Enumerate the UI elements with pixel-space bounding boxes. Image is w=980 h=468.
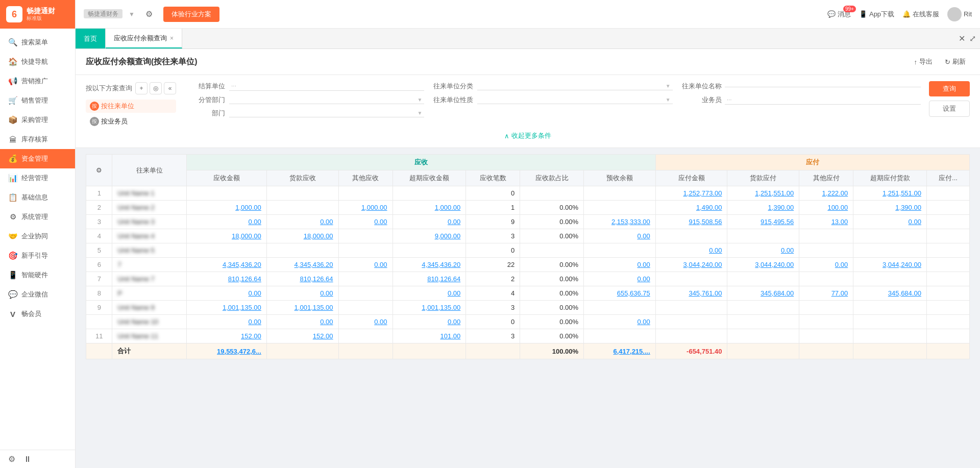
tab-home[interactable]: 首页 bbox=[76, 29, 106, 48]
inventory-icon: 🏛 bbox=[8, 135, 17, 144]
fengguan-dept-label: 分管部门 bbox=[184, 95, 225, 105]
sidebar-item-quicknav[interactable]: 🏠 快捷导航 bbox=[0, 52, 75, 71]
col-group-ar: 应收 bbox=[187, 155, 655, 170]
hardware-icon: 📱 bbox=[8, 270, 17, 280]
app-download-button[interactable]: 📱 App下载 bbox=[859, 10, 894, 19]
filter-laiwan-nature: 往来单位性质 ▼ bbox=[432, 95, 672, 105]
collab-icon: 🤝 bbox=[8, 232, 17, 241]
fengguan-dept-input[interactable]: ▼ bbox=[229, 96, 424, 104]
col-ap-overdue: 超期应付货款 bbox=[853, 170, 927, 186]
tab-expand-button[interactable]: ⤢ bbox=[969, 34, 976, 43]
app-edition: 标准版 bbox=[27, 15, 55, 22]
filter-laiwan-name-row: 往来单位名称 bbox=[681, 82, 921, 91]
filter-collapse-button[interactable]: ∧ 收起更多条件 bbox=[86, 128, 970, 143]
col-ap-amount: 应付金额 bbox=[655, 170, 727, 186]
sidebar-item-collaboration[interactable]: 🤝 企业协同 bbox=[0, 227, 75, 246]
col-ar-amount: 应收金额 bbox=[187, 170, 266, 186]
data-table: ⚙ 往来单位 应收 应付 应收金额 货款应收 其他应收 超期应收金额 应收笔数 … bbox=[86, 154, 970, 359]
export-button[interactable]: ↑ 导出 bbox=[910, 55, 937, 68]
sidebar-item-wechat[interactable]: 💬 企业微信 bbox=[0, 285, 75, 304]
total-ar-amount[interactable]: 19,553,472,6... bbox=[187, 343, 266, 359]
table-row: 674,345,436.204,345,436.200.004,345,436.… bbox=[86, 258, 970, 272]
sidebar-item-finance[interactable]: 💰 资金管理 bbox=[0, 149, 75, 168]
sidebar-item-marketing[interactable]: 📢 营销推广 bbox=[0, 71, 75, 91]
notification-badge: 99+ bbox=[843, 6, 856, 12]
col-settings[interactable]: ⚙ bbox=[86, 155, 112, 186]
support-icon: 🔔 bbox=[902, 10, 911, 18]
header-actions: 💬 消息 99+ 📱 App下载 🔔 在线客服 Rit bbox=[827, 7, 972, 21]
page-header: 应收应付余额查询(按往来单位) ↑ 导出 ↻ 刷新 bbox=[76, 49, 980, 75]
tab-ar-query[interactable]: 应收应付余额查询 × bbox=[106, 29, 182, 48]
settings-button[interactable]: 设置 bbox=[929, 101, 970, 117]
sidebar-item-system[interactable]: ⚙ 系统管理 bbox=[0, 207, 75, 227]
dept2-dropdown-arrow: ▼ bbox=[417, 110, 422, 116]
table-row: 7Unit Name 7810,126.64810,126.64810,126.… bbox=[86, 272, 970, 286]
dept-input[interactable]: ▼ bbox=[229, 109, 424, 117]
user-name: Rit bbox=[964, 10, 972, 18]
table-row: 9Unit Name 91,001,135.001,001,135.001,00… bbox=[86, 301, 970, 315]
collapse-chevron-icon: ∧ bbox=[504, 132, 509, 140]
sidebar-item-basic-info[interactable]: 📋 基础信息 bbox=[0, 188, 75, 207]
filter-fengguan-dept: 分管部门 ▼ bbox=[184, 95, 424, 105]
filter-icon-row: + ◎ « bbox=[135, 82, 176, 94]
query-button[interactable]: 查询 bbox=[929, 81, 970, 96]
col-ap-goods: 货款应付 bbox=[727, 170, 799, 186]
laiwan-classify-input[interactable]: ▼ bbox=[477, 82, 672, 90]
app-logo-icon: 6 bbox=[6, 6, 22, 22]
sidebar-item-hardware[interactable]: 📱 智能硬件 bbox=[0, 265, 75, 285]
table-row: 4Unit Name 418,000.0018,000.009,000.0030… bbox=[86, 229, 970, 243]
purchase-icon: 📦 bbox=[8, 115, 17, 125]
scheme-by-salesman[interactable]: 按 按业务员 bbox=[86, 115, 176, 128]
sidebar-nav: 🔍 搜索菜单 🏠 快捷导航 📢 营销推广 🛒 销售管理 📦 采购管理 🏛 库存核… bbox=[0, 29, 75, 450]
table-row: 2Unit Name 21,000.001,000.001,000.0010.0… bbox=[86, 201, 970, 215]
jiesuan-unit-input[interactable]: ··· bbox=[229, 81, 424, 91]
header-gear-button[interactable]: ⚙ bbox=[141, 6, 157, 22]
tab-close-button[interactable]: × bbox=[170, 35, 174, 42]
main-content: 应收应付余额查询(按往来单位) ↑ 导出 ↻ 刷新 按以下方案查询 + ◎ bbox=[76, 49, 980, 468]
sidebar-item-member[interactable]: V 畅会员 bbox=[0, 304, 75, 324]
laiwan-name-input[interactable] bbox=[725, 85, 921, 87]
online-support-button[interactable]: 🔔 在线客服 bbox=[902, 10, 939, 19]
sidebar-item-operations[interactable]: 📊 经营管理 bbox=[0, 168, 75, 188]
filter-dept: 部门 ▼ bbox=[184, 109, 424, 118]
sidebar-item-purchase[interactable]: 📦 采购管理 bbox=[0, 110, 75, 130]
col-ar-advance: 预收余额 bbox=[584, 170, 656, 186]
classify-dropdown-arrow: ▼ bbox=[666, 83, 671, 89]
total-ar-advance[interactable]: 6,417,215.... bbox=[584, 343, 656, 359]
total-label: 合计 bbox=[112, 343, 187, 359]
scheme-by-unit[interactable]: 按 按往来单位 bbox=[86, 100, 176, 113]
filter-collapse-button[interactable]: « bbox=[164, 82, 176, 94]
col-ar-overdue: 超期应收金额 bbox=[393, 170, 466, 186]
col-ar-other: 其他应收 bbox=[338, 170, 393, 186]
breadcrumb-arrow: ▼ bbox=[129, 11, 135, 18]
dept-label: 部门 bbox=[184, 109, 225, 118]
filter-add-button[interactable]: + bbox=[135, 82, 148, 94]
collapse-sidebar-icon[interactable]: ⏸ bbox=[23, 455, 32, 464]
sidebar-item-search[interactable]: 🔍 搜索菜单 bbox=[0, 33, 75, 52]
refresh-button[interactable]: ↻ 刷新 bbox=[941, 55, 970, 68]
filter-target-button[interactable]: ◎ bbox=[150, 82, 162, 94]
total-ap-amount: -654,751.40 bbox=[655, 343, 727, 359]
table-row: 5Unit Name 500.000.00 bbox=[86, 243, 970, 258]
sidebar-item-inventory[interactable]: 🏛 库存核算 bbox=[0, 130, 75, 149]
filter-jiesuan-unit: 结算单位 ··· bbox=[184, 81, 424, 91]
settings-footer-icon[interactable]: ⚙ bbox=[8, 454, 15, 464]
wechat-icon: 💬 bbox=[8, 290, 17, 299]
laiwan-name-label: 往来单位名称 bbox=[681, 82, 722, 91]
promo-button[interactable]: 体验行业方案 bbox=[163, 7, 219, 22]
sidebar-item-sales[interactable]: 🛒 销售管理 bbox=[0, 91, 75, 110]
laiwan-nature-label: 往来单位性质 bbox=[432, 95, 473, 105]
col-ar-ratio: 应收款占比 bbox=[520, 170, 584, 186]
user-profile[interactable]: Rit bbox=[947, 7, 972, 21]
filter-buttons: 查询 设置 bbox=[929, 81, 970, 117]
col-ap-other: 其他应付 bbox=[799, 170, 853, 186]
top-header: 畅捷通财务 ▼ ⚙ 体验行业方案 💬 消息 99+ 📱 App下载 🔔 在线客服… bbox=[76, 0, 980, 29]
sidebar-item-guide[interactable]: 🎯 新手引导 bbox=[0, 246, 75, 265]
total-row: 合计 19,553,472,6... 100.00% 6,417,215....… bbox=[86, 343, 970, 359]
laiwan-nature-input[interactable]: ▼ bbox=[477, 96, 672, 104]
yewuyuan-input[interactable]: ··· bbox=[725, 95, 921, 105]
notification-button[interactable]: 💬 消息 99+ bbox=[827, 10, 851, 19]
marketing-icon: 📢 bbox=[8, 77, 17, 86]
tab-close-window-button[interactable]: ✕ bbox=[959, 34, 965, 43]
member-icon: V bbox=[8, 309, 17, 318]
